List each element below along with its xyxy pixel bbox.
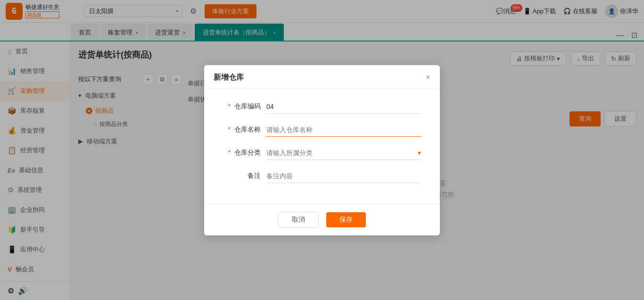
form-row-code: * 仓库编码 — [223, 100, 421, 114]
name-label-text: 仓库名称 — [234, 125, 261, 133]
modal-close-button[interactable]: × — [425, 73, 430, 82]
required-star-name: * — [228, 125, 231, 133]
category-input[interactable] — [266, 146, 418, 159]
modal-header: 新增仓库 × — [204, 65, 440, 89]
form-row-category: * 仓库分类 ▾ — [223, 146, 421, 160]
modal-overlay: 新增仓库 × * 仓库编码 * 仓库名称 — [0, 0, 644, 300]
note-input[interactable] — [266, 169, 421, 183]
modal-footer: 取消 保存 — [204, 204, 440, 235]
required-star-code: * — [228, 102, 231, 110]
name-label: * 仓库名称 — [223, 125, 261, 134]
modal-dialog: 新增仓库 × * 仓库编码 * 仓库名称 — [204, 65, 440, 235]
cancel-button[interactable]: 取消 — [278, 212, 319, 228]
form-row-name: * 仓库名称 — [223, 123, 421, 137]
code-label-text: 仓库编码 — [234, 102, 261, 110]
category-label: * 仓库分类 — [223, 149, 261, 157]
code-input[interactable] — [266, 100, 421, 114]
category-select-wrap: ▾ — [266, 146, 421, 160]
save-button[interactable]: 保存 — [326, 212, 366, 227]
category-chevron-icon: ▾ — [418, 149, 421, 157]
required-star-category: * — [228, 149, 231, 156]
name-input[interactable] — [266, 123, 421, 137]
form-row-note: 备注 — [223, 169, 421, 183]
modal-body: * 仓库编码 * 仓库名称 * 仓库分类 — [204, 89, 440, 204]
modal-title: 新增仓库 — [214, 73, 244, 83]
code-label: * 仓库编码 — [223, 102, 261, 111]
note-label: 备注 — [223, 172, 261, 180]
note-label-text: 备注 — [248, 172, 261, 179]
category-label-text: 仓库分类 — [234, 149, 261, 156]
